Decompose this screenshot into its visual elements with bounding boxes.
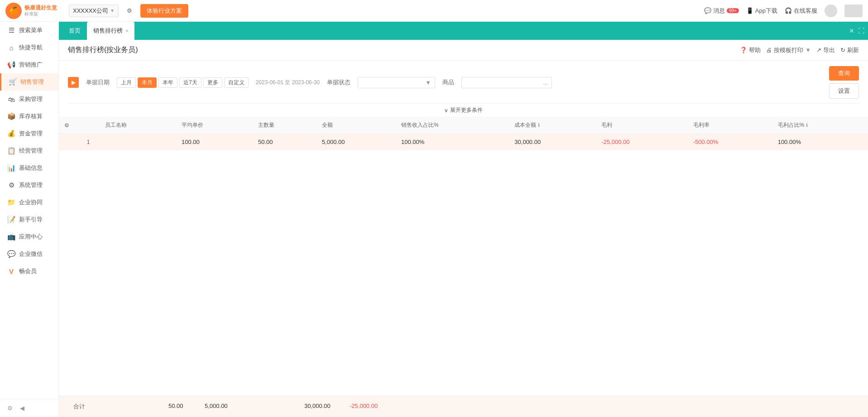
sidebar-label-member: 畅会员 — [19, 267, 37, 275]
sidebar-label-finance: 资金管理 — [19, 129, 43, 138]
logo-area: 🍊 畅康通好生意 标准版 — [5, 3, 64, 19]
tab-close-btn[interactable]: ✕ — [849, 27, 854, 34]
basic-icon: 📊 — [7, 164, 15, 172]
company-name: XXXXXX公司 — [73, 7, 108, 15]
page-header: 销售排行榜(按业务员) ❓ 帮助 🖨 按模板打印 ▼ ↗ — [59, 40, 868, 61]
purchase-icon: 🛍 — [7, 96, 15, 103]
help-icon: ❓ — [740, 47, 747, 53]
sidebar-item-basic[interactable]: 📊 基础信息 — [0, 159, 58, 177]
trial-button[interactable]: 体验行业方案 — [140, 4, 188, 18]
sidebar-item-search[interactable]: ☰ 搜索菜单 — [0, 22, 58, 39]
status-select[interactable]: ▼ — [358, 77, 435, 88]
sidebar-item-nav[interactable]: ⌂ 快捷导航 — [0, 39, 58, 56]
date-range: 2023-06-01 至 2023-06-30 — [256, 79, 320, 86]
export-icon: ↗ — [816, 47, 821, 53]
guide-icon: 📝 — [7, 216, 15, 224]
sidebar-item-purchase[interactable]: 🛍 采购管理 — [0, 91, 58, 108]
sidebar-item-operations[interactable]: 📋 经营管理 — [0, 142, 58, 159]
user-name-area — [844, 5, 863, 17]
row-rank: 1 — [77, 134, 100, 150]
row-sales-pct: 100.00% — [396, 134, 509, 150]
tab-sales-ranking[interactable]: 销售排行榜 × — [87, 22, 134, 40]
goods-more-icon: ... — [543, 79, 548, 86]
logo-icon: 🍊 — [5, 3, 22, 19]
message-label: 消息 — [713, 7, 725, 15]
export-btn[interactable]: ↗ 导出 — [816, 46, 835, 54]
sidebar-item-marketing[interactable]: 📢 营销推广 — [0, 56, 58, 73]
col-amount: 全额 — [317, 117, 396, 134]
date-btn-last-month[interactable]: 上月 — [117, 77, 136, 88]
filter-toggle-btn[interactable]: ▶ — [68, 77, 79, 88]
col-gross-rate: 毛利率 — [688, 117, 772, 134]
tab-home[interactable]: 首页 — [62, 22, 87, 40]
date-btn-more[interactable]: 更多 — [203, 77, 222, 88]
date-btn-this-month[interactable]: 本月 — [138, 77, 157, 88]
search-icon: ☰ — [7, 26, 15, 34]
col-avg-price: 平均单价 — [176, 117, 253, 134]
sidebar-label-nav: 快捷导航 — [19, 43, 43, 52]
help-btn[interactable]: ❓ 帮助 — [740, 46, 761, 54]
refresh-btn[interactable]: ↻ 刷新 — [840, 46, 859, 54]
sidebar-label-collab: 企业协同 — [19, 198, 43, 206]
footer-sales-pct — [245, 401, 299, 412]
sidebar-label-inventory: 库存核算 — [19, 112, 43, 120]
sidebar-collapse-icon[interactable]: ◀ — [20, 405, 24, 412]
goods-filter-label: 商品 — [442, 78, 454, 86]
expand-more-btn[interactable]: ∨ 展开更多条件 — [68, 103, 859, 117]
sidebar-settings-icon[interactable]: ⚙ — [7, 405, 13, 412]
app-download-btn[interactable]: 📱 App下载 — [746, 7, 777, 15]
wechat-icon: 💬 — [7, 250, 15, 258]
sidebar-item-member[interactable]: V 畅会员 — [0, 263, 58, 280]
tab-bar-right: ✕ ⛶ — [849, 27, 864, 34]
col-settings[interactable]: ⚙ — [59, 117, 77, 134]
message-icon: 💬 — [704, 7, 711, 14]
footer-qty: 50.00 — [163, 401, 199, 412]
sidebar-item-guide[interactable]: 📝 新手引导 — [0, 211, 58, 228]
finance-icon: 💰 — [7, 129, 15, 138]
date-btn-7days[interactable]: 近7天 — [179, 77, 201, 88]
sidebar-item-sales[interactable]: 🛒 销售管理 — [0, 73, 58, 91]
sidebar-item-finance[interactable]: 💰 资金管理 — [0, 125, 58, 142]
print-label: 按模板打印 — [774, 46, 803, 54]
online-service-btn[interactable]: 🎧 在线客服 — [785, 7, 817, 15]
sidebar-label-guide: 新手引导 — [19, 216, 43, 224]
table-container: ⚙ 员工名称 平均单价 主数量 全额 销售收入占比% 成本全额 ℹ 毛利 毛利率 — [59, 117, 868, 396]
date-shortcuts: 上月 本月 本年 近7天 更多 自定义 — [117, 77, 249, 88]
refresh-label: 刷新 — [847, 46, 859, 54]
page-header-actions: ❓ 帮助 🖨 按模板打印 ▼ ↗ 导出 ↻ — [740, 46, 859, 54]
row-name — [100, 134, 176, 150]
col-qty: 主数量 — [253, 117, 317, 134]
query-button[interactable]: 查询 — [829, 66, 859, 81]
sidebar-item-system[interactable]: ⚙ 系统管理 — [0, 177, 58, 194]
avatar[interactable] — [825, 5, 837, 17]
filter-toggle-icon: ▶ — [72, 79, 76, 86]
sidebar-item-apps[interactable]: 📺 应用中心 — [0, 228, 58, 245]
filter-settings-button[interactable]: 设置 — [829, 83, 859, 99]
tab-close-icon[interactable]: × — [125, 28, 128, 34]
sidebar-label-search: 搜索菜单 — [19, 26, 43, 34]
data-table: ⚙ 员工名称 平均单价 主数量 全额 销售收入占比% 成本全额 ℹ 毛利 毛利率 — [59, 117, 868, 150]
sidebar-item-collab[interactable]: 📁 企业协同 — [0, 194, 58, 211]
online-service-label: 在线客服 — [794, 7, 817, 15]
sidebar-item-inventory[interactable]: 📦 库存核算 — [0, 108, 58, 125]
sidebar-label-basic: 基础信息 — [19, 164, 43, 172]
marketing-icon: 📢 — [7, 61, 15, 69]
print-icon: 🖨 — [766, 47, 772, 53]
footer-amount: 5,000.00 — [199, 401, 245, 412]
system-icon: ⚙ — [7, 181, 15, 189]
message-badge: 99+ — [727, 8, 739, 13]
print-chevron: ▼ — [805, 47, 811, 53]
settings-icon-btn[interactable]: ⚙ — [123, 5, 136, 17]
company-selector[interactable]: XXXXXX公司 ▼ — [69, 5, 119, 17]
date-btn-this-year[interactable]: 本年 — [158, 77, 177, 88]
date-btn-custom[interactable]: 自定义 — [224, 77, 249, 88]
goods-input[interactable]: ... — [461, 77, 552, 88]
app-title: 畅康通好生意 — [24, 5, 57, 11]
tab-expand-icon[interactable]: ⛶ — [858, 27, 864, 34]
gross-pct-info-icon[interactable]: ℹ — [806, 122, 808, 128]
cost-info-icon[interactable]: ℹ — [538, 122, 540, 128]
messages-btn[interactable]: 💬 消息 99+ — [704, 7, 739, 15]
sidebar-item-wechat[interactable]: 💬 企业微信 — [0, 245, 58, 263]
sales-icon: 🛒 — [9, 78, 17, 86]
print-btn[interactable]: 🖨 按模板打印 ▼ — [766, 46, 811, 54]
